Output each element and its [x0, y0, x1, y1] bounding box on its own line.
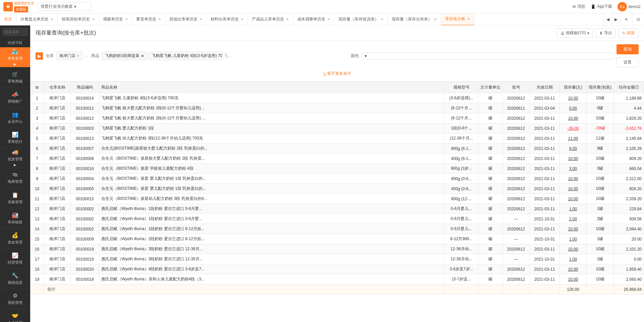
row-spec: 0-6月婴儿...: [445, 204, 478, 214]
row-unit: 罐: [478, 194, 503, 204]
nav-close-button[interactable]: ✕: [620, 13, 632, 25]
row-qty-main[interactable]: 10.00: [560, 154, 587, 164]
row-qty-pkg: 1罐: [587, 254, 614, 264]
sidebar-item-cooperation[interactable]: 🤝 企业协同: [0, 309, 30, 322]
tab-transfer[interactable]: 调拨单历史 ✕: [99, 13, 132, 25]
row-qty-main[interactable]: 1.00: [560, 204, 587, 214]
tab-inventory-count[interactable]: 分量盘点单历史 ✕: [16, 13, 58, 25]
quick-nav-label[interactable]: 快捷导航: [0, 38, 30, 47]
close-icon[interactable]: ✕: [381, 17, 383, 21]
sidebar-item-wholesale[interactable]: 🚚 批发管理 ▶: [0, 148, 30, 168]
row-amount: 4.44: [614, 103, 644, 113]
nav-menu-button[interactable]: ⊡: [632, 13, 644, 25]
product-tag-1[interactable]: 飞鹤奶粉3段两提装 ✕: [102, 52, 147, 60]
sidebar-item-purchase[interactable]: 📋 采购管理: [0, 188, 30, 208]
message-btn[interactable]: ✉ 消息: [573, 4, 585, 9]
filter-expand-button[interactable]: ▶: [36, 52, 43, 60]
row-batch: 20200612: [503, 224, 530, 234]
row-qty-main[interactable]: 10.00: [560, 194, 587, 204]
nav-tabs: 首页 分量盘点单历史 ✕ 组装拆卸单历史 ✕ 调拨单历史 ✕ 要货单历史 ✕ 其…: [0, 13, 644, 25]
row-name: 合生元（BIOSTIME）派星 学龄前儿童配方奶粉 4段: [99, 164, 445, 174]
row-qty-main[interactable]: 10.00: [560, 184, 587, 194]
row-qty-main[interactable]: 10.00: [560, 264, 587, 274]
row-qty-main[interactable]: 2.00: [560, 214, 587, 224]
tab-cost-adjust[interactable]: 成本调整单历史 ✕: [293, 13, 334, 25]
close-icon[interactable]: ✕: [200, 17, 202, 21]
product-tag-1-close[interactable]: ✕: [141, 54, 144, 58]
close-icon[interactable]: ✕: [327, 17, 330, 21]
warehouse-tag-close[interactable]: ✕: [77, 54, 79, 58]
sidebar-item-retail-stats[interactable]: 📊 零售统计: [0, 128, 30, 148]
sidebar-item-shop[interactable]: 🛒 零售商城: [0, 67, 30, 88]
warehouse-filter-tag[interactable]: 南岸门店 ✕: [56, 52, 83, 60]
user-profile[interactable]: Ea demo2: [618, 2, 641, 11]
sidebar-item-inventory[interactable]: 🏭 库存核算: [0, 208, 30, 228]
color-filter-select[interactable]: ▾: [362, 52, 614, 60]
tab-material-outbound[interactable]: 材料出库单历史 ✕: [207, 13, 248, 25]
sidebar-item-base-info[interactable]: 🔧 基础信息: [0, 269, 30, 289]
row-qty-main[interactable]: 0.00: [560, 103, 587, 113]
company-select[interactable]: 母婴行业演示账套 ▾: [38, 2, 91, 11]
row-qty-main[interactable]: 10.00: [560, 244, 587, 254]
sidebar-item-system[interactable]: ⚙ 系统管理: [0, 289, 30, 309]
warehouse-filter-more[interactable]: ···: [85, 54, 89, 58]
row-qty-main[interactable]: 10.00: [560, 113, 587, 123]
sidebar-item-business[interactable]: 📈 经营管理: [0, 249, 30, 269]
sidebar-item-marketing[interactable]: 📣 营销推广: [0, 88, 30, 108]
tab-stock-distribution[interactable]: 现存量（库存分布表）✕: [388, 13, 441, 25]
template-print-button[interactable]: 🖨 按模板打印 ▾: [557, 28, 593, 38]
app-download-btn[interactable]: 📱 App下载: [591, 4, 612, 9]
row-qty-main[interactable]: 1.00: [560, 254, 587, 264]
nav-next-arrow[interactable]: ▶: [612, 13, 620, 25]
row-qty-main[interactable]: 10.00: [560, 224, 587, 234]
close-icon[interactable]: ✕: [51, 17, 53, 21]
row-qty-main[interactable]: 10.00: [560, 93, 587, 103]
close-icon[interactable]: ✕: [158, 17, 161, 21]
expand-more-conditions[interactable]: ⋁ 展开更多条件: [36, 69, 639, 78]
tab-stock-status[interactable]: 现存量（库存状况表）✕: [334, 13, 388, 25]
row-warehouse: 南岸门店: [44, 254, 71, 264]
refresh-button[interactable]: ↻ 刷新: [619, 28, 639, 38]
row-qty-pkg: 10罐: [587, 113, 614, 123]
tab-requisition[interactable]: 要货单历史 ✕: [132, 13, 165, 25]
th-expire: 失效日期: [530, 82, 560, 93]
search-input[interactable]: [3, 28, 28, 36]
close-icon[interactable]: ✕: [467, 17, 470, 21]
export-button[interactable]: ⬇ 导出: [596, 28, 616, 38]
row-qty-main[interactable]: 1.00: [560, 234, 587, 244]
row-name: 飞鹤星飞帆 婴儿配方奶粉 1段: [99, 123, 445, 133]
row-qty-main[interactable]: 11.00: [560, 133, 587, 144]
row-amount: 2,105.28: [614, 144, 644, 154]
close-icon[interactable]: ✕: [286, 17, 289, 21]
settings-button[interactable]: 设置: [616, 57, 639, 67]
tab-batch-ledger[interactable]: 库存批次账 ✕: [441, 13, 474, 25]
total-qty: 126.00: [560, 284, 587, 294]
row-qty-main[interactable]: 3.00: [560, 164, 587, 174]
sidebar-item-retail[interactable]: 🏪 零售管理 ▶: [0, 47, 30, 67]
row-qty-main[interactable]: 9.00: [560, 144, 587, 154]
sidebar-item-member[interactable]: 👥 会员中心: [0, 108, 30, 128]
tab-home[interactable]: 首页: [0, 13, 16, 25]
row-qty-main[interactable]: -39.00: [560, 123, 587, 133]
sidebar-item-ecommerce[interactable]: 🛍 电商管理: [0, 168, 30, 188]
close-icon[interactable]: ✕: [434, 17, 437, 21]
tab-product-inbound[interactable]: 产成品入库单历史 ✕: [248, 13, 293, 25]
close-icon[interactable]: ✕: [92, 17, 95, 21]
nav-prev-arrow[interactable]: ◀: [604, 13, 612, 25]
product-filter-more[interactable]: 飞...: [224, 53, 231, 59]
th-settings[interactable]: ⚙: [31, 82, 44, 93]
tab-assembly[interactable]: 组装拆卸单历史 ✕: [58, 13, 99, 25]
purchase-icon: 📋: [12, 192, 18, 198]
close-icon[interactable]: ✕: [125, 17, 128, 21]
row-batch: 20200612: [503, 164, 530, 174]
row-qty-pkg: 10罐: [587, 174, 614, 184]
query-button[interactable]: 查询: [616, 44, 639, 54]
row-qty-pkg: 11罐: [587, 133, 614, 144]
close-icon[interactable]: ✕: [241, 17, 244, 21]
row-qty-main[interactable]: 10.00: [560, 274, 587, 284]
product-tag-2[interactable]: 飞鹤星飞帆 儿童奶粉 4段(3-6岁适用) 700克 ✕: [149, 52, 222, 60]
row-amount: 2,145.64: [614, 133, 644, 144]
tab-other-outbound[interactable]: 其他出库单历史 ✕: [165, 13, 207, 25]
sidebar-item-finance[interactable]: 💰 资金管理: [0, 228, 30, 249]
row-qty-main[interactable]: 10.00: [560, 174, 587, 184]
